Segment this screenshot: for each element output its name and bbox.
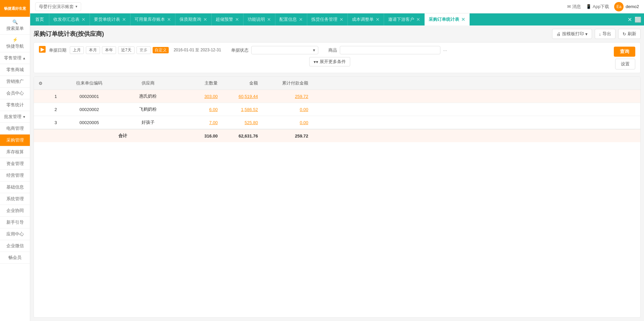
sidebar-item-system[interactable]: 系统管理 [0,193,30,205]
more-icon[interactable]: ··· [443,48,447,53]
tabbar: 首页 收发存汇总表 ✕ 要货单统计表 ✕ 可用量库存账本 ✕ 保质期查询 ✕ 超… [30,13,644,25]
message-button[interactable]: ✉ 消息 [567,4,581,10]
tab-功能说明[interactable]: 功能说明 ✕ [244,13,275,25]
shortcut-this-year[interactable]: 本年 [102,46,116,54]
expand-button[interactable]: ▾▾ 展开更多条件 [309,57,350,66]
settings-button[interactable]: 设置 [615,59,635,69]
shortcut-last-month[interactable]: 上月 [70,46,84,54]
th-gear[interactable]: ⚙ [34,77,47,90]
sidebar-item-purchase[interactable]: 采购管理 [0,135,30,146]
sidebar-item-vip[interactable]: 畅会员 [0,252,30,264]
sidebar-item-app-center[interactable]: 应用中心 [0,228,30,240]
sidebar-item-shortcuts[interactable]: ⚡ 快捷导航 [0,35,30,52]
sidebar-item-guide[interactable]: 新手引导 [0,217,30,228]
sidebar-item-collab[interactable]: 企业协同 [0,205,30,217]
row-paid[interactable]: 0.00 [262,103,312,116]
tab-close-icon[interactable]: ✕ [267,17,271,22]
shortcut-7-days[interactable]: 近7天 [118,46,135,54]
sidebar-item-search[interactable]: 🔍 搜索菜单 [0,17,30,35]
tab-close-icon[interactable]: ✕ [339,17,343,22]
tab-收发存汇总表[interactable]: 收发存汇总表 ✕ [49,13,90,25]
user-info[interactable]: Ea demo2 [614,2,639,11]
tab-home[interactable]: 首页 [30,13,49,25]
row-qty[interactable]: 303.00 [181,90,222,103]
tab-超储预警[interactable]: 超储预警 ✕ [212,13,244,25]
query-button[interactable]: 查询 [614,47,635,57]
shortcuts-icon: ⚡ [12,37,18,42]
sidebar-item-label: 采购管理 [6,137,24,143]
row-qty[interactable]: 7.00 [181,116,222,129]
tab-close-icon[interactable]: ✕ [122,17,126,22]
sidebar-item-ecommerce[interactable]: 电商管理 [0,123,30,135]
tab-close-icon[interactable]: ✕ [461,17,465,22]
chevron-down-icon: ▾ [313,48,315,53]
tab-拣货任务管理[interactable]: 拣货任务管理 ✕ [307,13,348,25]
sidebar-item-members[interactable]: 会员中心 [0,88,30,99]
chevron-down-icon: ▲ [22,56,26,60]
goods-input[interactable] [340,46,440,54]
row-amount[interactable]: 1,586.52 [222,103,262,116]
tab-邀请下游客户[interactable]: 邀请下游客户 ✕ [384,13,425,25]
row-paid[interactable]: 0.00 [262,116,312,129]
data-table-wrapper: ⚙ 往来单位编码 供应商 主数量 金额 累计付款金额 1 00020001 [34,76,641,318]
page-title-bar: 采购订单统计表(按供应商) 🖨 按模板打印 ▾ ↓ 导出 ↻ 刷新 [34,29,641,39]
chevron-down-icon: ▾▾ [314,59,318,64]
row-amount[interactable]: 525.80 [222,116,262,129]
workspace-selector[interactable]: 母婴行业演示账套 ▾ [35,2,81,11]
message-label: 消息 [572,4,581,10]
maximize-icon[interactable]: ⬜ [635,16,641,23]
tab-成本调整单[interactable]: 成本调整单 ✕ [348,13,384,25]
row-index: 1 [47,90,64,103]
sidebar-item-label: 系统管理 [6,196,24,202]
sidebar-item-label: 库存核算 [6,149,24,155]
app-label: App下载 [593,4,609,10]
sidebar-item-basic-info[interactable]: 基础信息 [0,181,30,193]
shortcut-more[interactable]: 更多 [137,46,151,54]
tab-close-icon[interactable]: ✕ [167,17,171,22]
row-qty[interactable]: 6.00 [181,103,222,116]
sidebar-item-marketing[interactable]: 营销推广 [0,76,30,88]
tab-label: 保质期查询 [179,16,201,22]
sidebar-item-wechat[interactable]: 企业微信 [0,240,30,252]
tab-close-icon[interactable]: ✕ [235,17,239,22]
row-paid[interactable]: 259.72 [262,90,312,103]
sidebar-item-operations[interactable]: 经营管理 [0,170,30,181]
close-all-tabs-icon[interactable]: ✕ [628,16,632,23]
export-icon: ↓ [599,32,601,37]
row-supplier: 飞鹤奶粉 [114,103,181,116]
tab-保质期查询[interactable]: 保质期查询 ✕ [175,13,212,25]
table-body: 1 00020001 惠氏奶粉 303.00 60,519.44 259.72 … [34,90,640,129]
sidebar-item-finance[interactable]: 资金管理 [0,158,30,170]
export-button[interactable]: ↓ 导出 [595,29,616,39]
sidebar-item-retail-shop[interactable]: 零售商城 [0,64,30,76]
row-amount[interactable]: 60,519.44 [222,90,262,103]
table-row: 3 00020005 好孩子 7.00 525.80 0.00 [34,116,640,129]
tab-要货单统计表[interactable]: 要货单统计表 ✕ [90,13,130,25]
tab-close-icon[interactable]: ✕ [299,17,303,22]
collapse-button[interactable]: ▶ [39,46,46,53]
sidebar-item-retail-stats[interactable]: 零售统计 [0,99,30,111]
app-download-button[interactable]: 📱 App下载 [586,4,609,10]
date-label: 单据日期 [49,47,66,53]
status-select[interactable]: ▾ [251,46,318,54]
refresh-button[interactable]: ↻ 刷新 [618,29,641,39]
tab-采购订单统计表[interactable]: 采购订单统计表 ✕ [425,13,470,25]
sidebar-item-label: 零售商城 [6,67,24,73]
th-extra [312,77,640,90]
brand-logo-text: 畅捷通好生意 [4,6,26,11]
tab-close-icon[interactable]: ✕ [82,17,86,22]
tab-可用量库存账本[interactable]: 可用量库存账本 ✕ [130,13,175,25]
print-button[interactable]: 🖨 按模板打印 ▾ [552,29,592,39]
tab-close-icon[interactable]: ✕ [416,17,420,22]
tab-close-icon[interactable]: ✕ [203,17,207,22]
sidebar-item-inventory[interactable]: 库存核算 [0,146,30,158]
page-content: 采购订单统计表(按供应商) 🖨 按模板打印 ▾ ↓ 导出 ↻ 刷新 [30,25,644,321]
page-title: 采购订单统计表(按供应商) [34,30,104,38]
tab-close-icon[interactable]: ✕ [376,17,380,22]
sidebar-item-label: 企业协同 [6,208,24,214]
shortcut-this-month[interactable]: 本月 [86,46,100,54]
table-row: 1 00020001 惠氏奶粉 303.00 60,519.44 259.72 [34,90,640,103]
sidebar-item-wholesale[interactable]: 批发管理 ▼ [0,111,30,123]
tab-配置信息[interactable]: 配置信息 ✕ [275,13,307,25]
sidebar-item-retail[interactable]: 零售管理 ▲ [0,52,30,64]
